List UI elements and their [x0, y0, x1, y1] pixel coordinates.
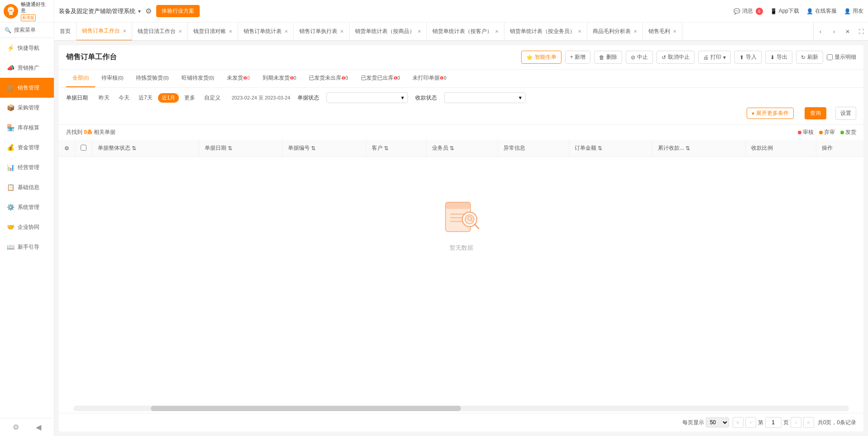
- tab-close-sales-by-staff[interactable]: ✕: [578, 29, 581, 34]
- tab-sales-profit[interactable]: 销售毛利 ✕: [643, 23, 682, 41]
- sidebar-item-enterprise[interactable]: 🤝 企业协同: [0, 217, 54, 237]
- tab-close-cash-clearing[interactable]: ✕: [178, 29, 182, 34]
- tab-close-product-margin[interactable]: ✕: [633, 29, 637, 34]
- tab-close-sales-workbench[interactable]: ✕: [123, 28, 126, 33]
- sub-tab-shipped-not-out[interactable]: 已发货未出库❶0: [302, 70, 355, 87]
- sort-icon-doc-number: ⇅: [311, 145, 316, 152]
- sub-tab-overdue-not-shipped[interactable]: 到期未发货❶0: [256, 70, 303, 87]
- app-download-btn[interactable]: 📱 App下载: [770, 7, 799, 15]
- sidebar-item-marketing[interactable]: 📣 营销推广: [0, 58, 54, 78]
- tab-product-margin[interactable]: 商品毛利分析表 ✕: [587, 23, 643, 41]
- tab-close-sales-profit[interactable]: ✕: [673, 29, 676, 34]
- sidebar-item-quick-nav[interactable]: ⚡ 快捷导航: [0, 38, 54, 58]
- unaudit-dot: [819, 131, 823, 134]
- refresh-btn[interactable]: ↻ 刷新: [796, 51, 823, 64]
- sidebar-item-label: 企业协同: [18, 223, 39, 231]
- add-btn[interactable]: + 新增: [565, 51, 590, 64]
- sort-icon-collected: ⇅: [686, 145, 690, 152]
- sidebar-item-finance[interactable]: 💰 资金管理: [0, 137, 54, 157]
- print-btn[interactable]: 🖨 打印 ▾: [698, 51, 731, 64]
- sidebar-search[interactable]: 🔍 搜索菜单: [0, 23, 54, 38]
- tabs-controls: ‹ › ✕ ⛶: [813, 23, 868, 41]
- empty-icon: [439, 193, 484, 238]
- online-service-btn[interactable]: 👤 在线客服: [806, 7, 837, 15]
- sub-tab-pending-review[interactable]: 待审核(0): [95, 70, 129, 87]
- trial-btn[interactable]: 体验行业方案: [156, 5, 200, 17]
- show-detail-checkbox[interactable]: [827, 54, 833, 60]
- ship-btn[interactable]: 发货: [840, 128, 856, 136]
- sidebar-item-basics[interactable]: 📋 基础信息: [0, 177, 54, 197]
- tab-sales-by-product[interactable]: 销货单统计表（按商品） ✕: [350, 23, 427, 41]
- status-select[interactable]: ▾: [326, 92, 408, 103]
- tab-close-sales-by-customer[interactable]: ✕: [495, 29, 499, 34]
- date-options: 昨天 今天 近7天 近1月 更多 自定义: [95, 93, 224, 103]
- payment-select[interactable]: ▾: [444, 92, 526, 103]
- user-btn[interactable]: 👤 用友: [844, 7, 863, 15]
- date-btn-last7[interactable]: 近7天: [135, 93, 156, 103]
- stop-btn[interactable]: ⊘ 中止: [626, 51, 653, 64]
- export-btn[interactable]: ⬇ 导出: [765, 51, 792, 64]
- sub-tab-pending-check[interactable]: 待拣货验货(0): [129, 70, 175, 87]
- audit-btn[interactable]: 审核: [798, 128, 814, 136]
- tabs-next-btn[interactable]: ›: [827, 23, 841, 41]
- sidebar-item-inventory[interactable]: 🏪 库存核算: [0, 118, 54, 137]
- import-btn[interactable]: ⬆ 导入: [734, 51, 762, 64]
- expand-btn[interactable]: ▾ 展开更多条件: [747, 108, 794, 119]
- system-dropdown-icon[interactable]: ▾: [138, 8, 141, 14]
- date-btn-custom[interactable]: 自定义: [201, 93, 224, 103]
- sub-tab-all[interactable]: 全部(0): [66, 70, 95, 87]
- unaudit-btn[interactable]: 弃审: [819, 128, 835, 136]
- sidebar-item-purchase[interactable]: 📦 采购管理: [0, 98, 54, 118]
- gear-icon[interactable]: ⚙: [145, 7, 152, 15]
- settings-bottom-btn[interactable]: ⚙: [13, 423, 19, 431]
- date-btn-more[interactable]: 更多: [181, 93, 199, 103]
- cancel-stop-btn[interactable]: ↺ 取消中止: [657, 51, 695, 64]
- filter-row-expand: ▾ 展开更多条件 查询 设置: [66, 107, 856, 120]
- date-btn-yesterday[interactable]: 昨天: [95, 93, 113, 103]
- sales-icon: 🛒: [6, 83, 15, 92]
- sidebar-item-tutorial[interactable]: 📖 新手引导: [0, 237, 54, 257]
- sidebar-item-system[interactable]: ⚙️ 系统管理: [0, 197, 54, 217]
- tab-sales-stats[interactable]: 销售订单统计表 ✕: [238, 23, 294, 41]
- setting-btn[interactable]: 设置: [835, 107, 856, 120]
- tab-close-sales-by-product[interactable]: ✕: [417, 29, 421, 34]
- tab-sales-by-customer[interactable]: 销货单统计表（按客户） ✕: [427, 23, 504, 41]
- sub-tab-not-shipped[interactable]: 未发货❶0: [221, 70, 256, 87]
- sidebar-item-label: 采购管理: [18, 104, 39, 112]
- tab-sales-workbench[interactable]: 销售订单工作台 ✕: [77, 23, 132, 41]
- prev-page-btn[interactable]: ‹: [745, 417, 756, 428]
- tab-sales-by-staff[interactable]: 销货单统计表（按业务员） ✕: [504, 23, 587, 41]
- sidebar-item-operations[interactable]: 📊 经营管理: [0, 157, 54, 177]
- sub-tab-not-printed[interactable]: 未打印单据❶0: [406, 70, 453, 87]
- page-size-select[interactable]: 50 10 20 100: [706, 417, 729, 427]
- last-page-btn[interactable]: »: [803, 417, 814, 428]
- message-btn[interactable]: 💬 消息 6: [734, 7, 763, 15]
- first-page-btn[interactable]: «: [733, 417, 743, 428]
- tab-home[interactable]: 首页: [54, 23, 77, 41]
- query-btn[interactable]: 查询: [805, 107, 826, 119]
- tab-sales-execute[interactable]: 销售订单执行表 ✕: [294, 23, 350, 41]
- delete-btn[interactable]: 🗑 删除: [594, 51, 622, 64]
- tab-close-cash-reconcile[interactable]: ✕: [229, 29, 232, 34]
- page-input[interactable]: [765, 417, 782, 428]
- tabs-close-btn[interactable]: ✕: [841, 23, 854, 41]
- smart-btn[interactable]: ⭐ 智能生单: [521, 51, 561, 64]
- next-page-btn[interactable]: ›: [791, 417, 801, 428]
- data-table: ⚙ 单据整体状态 ⇅ 单据日期: [59, 140, 863, 288]
- sidebar-item-sales[interactable]: 🛒 销售管理: [0, 78, 54, 98]
- tab-cash-clearing[interactable]: 钱货日清工作台 ✕: [132, 23, 188, 41]
- sub-tab-shipped-out[interactable]: 已发货已出库❶0: [355, 70, 407, 87]
- app-download-label: App下载: [779, 7, 799, 15]
- tabs-fullscreen-btn[interactable]: ⛶: [854, 23, 868, 41]
- sub-tab-wangpu[interactable]: 旺铺待发货(0): [175, 70, 221, 87]
- select-all-checkbox[interactable]: [81, 145, 86, 151]
- tabs-prev-btn[interactable]: ‹: [814, 23, 827, 41]
- collapse-btn[interactable]: ◀: [36, 423, 41, 431]
- tab-close-sales-execute[interactable]: ✕: [340, 29, 344, 34]
- date-btn-today[interactable]: 今天: [115, 93, 133, 103]
- table-footer: 每页显示 50 10 20 100 « ‹ 第 页 › » 共0页，0条记录: [59, 413, 863, 431]
- tab-cash-reconcile[interactable]: 钱货日清对账 ✕: [188, 23, 238, 41]
- date-btn-last1month[interactable]: 近1月: [158, 93, 179, 103]
- tab-close-sales-stats[interactable]: ✕: [284, 29, 288, 34]
- horizontal-scrollbar[interactable]: [59, 406, 863, 413]
